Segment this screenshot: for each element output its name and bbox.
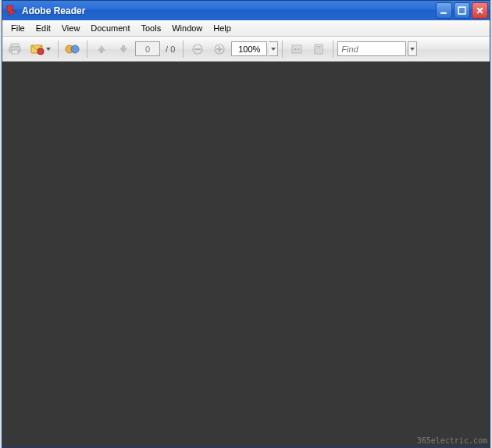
- menubar: File Edit View Document Tools Window Hel…: [2, 20, 490, 37]
- chevron-down-icon: [46, 48, 51, 51]
- app-icon: [5, 5, 18, 17]
- menu-window[interactable]: Window: [166, 22, 208, 34]
- titlebar: Adobe Reader: [2, 1, 490, 20]
- email-button[interactable]: [27, 40, 54, 59]
- zoom-in-button[interactable]: [209, 40, 230, 59]
- toolbar: / 0: [2, 37, 490, 62]
- fit-width-button[interactable]: [287, 40, 307, 59]
- svg-rect-16: [316, 46, 321, 47]
- arrow-up-icon: [96, 44, 107, 55]
- document-area: [2, 62, 490, 447]
- svg-rect-13: [219, 46, 220, 52]
- maximize-button[interactable]: [454, 2, 470, 19]
- find-dropdown[interactable]: [408, 41, 417, 56]
- svg-rect-1: [458, 7, 465, 14]
- email-icon: [30, 43, 45, 55]
- svg-rect-2: [11, 44, 19, 47]
- page-number-input[interactable]: [135, 41, 160, 56]
- svg-rect-0: [440, 12, 447, 14]
- zoom-out-button[interactable]: [187, 40, 208, 59]
- minimize-button[interactable]: [436, 2, 452, 19]
- svg-rect-15: [315, 44, 323, 54]
- separator: [183, 41, 184, 58]
- print-icon: [9, 43, 23, 55]
- app-window: Adobe Reader File Edit View Document Too…: [2, 0, 490, 448]
- collaborate-button[interactable]: [62, 40, 83, 59]
- menu-tools[interactable]: Tools: [136, 22, 167, 34]
- menu-help[interactable]: Help: [208, 22, 237, 34]
- page-total-label: / 0: [166, 44, 175, 54]
- svg-rect-17: [316, 48, 321, 48]
- svg-point-8: [71, 45, 79, 53]
- chevron-down-icon: [271, 48, 276, 51]
- svg-rect-4: [12, 50, 18, 54]
- print-button[interactable]: [5, 40, 26, 59]
- separator: [333, 41, 333, 58]
- svg-point-6: [37, 48, 44, 55]
- separator: [282, 41, 283, 58]
- zoom-dropdown[interactable]: [269, 41, 278, 56]
- fit-page-button[interactable]: [308, 40, 329, 59]
- fit-page-icon: [312, 44, 325, 55]
- prev-page-button[interactable]: [91, 40, 112, 59]
- menu-document[interactable]: Document: [85, 22, 135, 34]
- collaborate-icon: [65, 42, 80, 56]
- arrow-down-icon: [118, 44, 129, 55]
- close-button[interactable]: [472, 2, 488, 19]
- svg-rect-14: [292, 45, 301, 53]
- find-input[interactable]: [341, 44, 402, 54]
- menu-edit[interactable]: Edit: [30, 22, 56, 34]
- window-controls: [436, 1, 490, 20]
- menu-view[interactable]: View: [56, 22, 86, 34]
- find-box[interactable]: [337, 41, 406, 56]
- watermark: 365electric.com: [417, 436, 487, 445]
- svg-rect-10: [194, 48, 201, 50]
- separator: [58, 41, 59, 58]
- minus-circle-icon: [192, 44, 203, 55]
- menu-file[interactable]: File: [5, 22, 30, 34]
- plus-circle-icon: [214, 44, 225, 55]
- chevron-down-icon: [410, 48, 415, 51]
- separator: [87, 41, 87, 58]
- app-title: Adobe Reader: [22, 5, 436, 16]
- next-page-button[interactable]: [113, 40, 134, 59]
- zoom-input[interactable]: [231, 41, 267, 56]
- fit-width-icon: [291, 44, 303, 55]
